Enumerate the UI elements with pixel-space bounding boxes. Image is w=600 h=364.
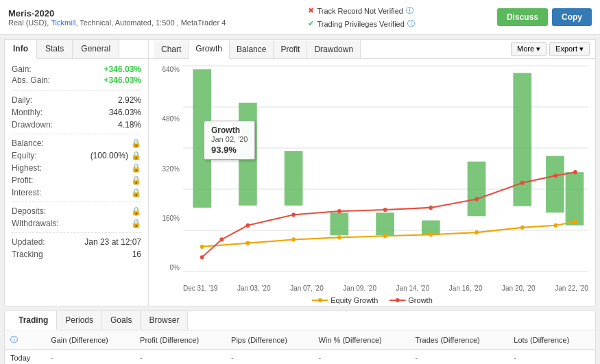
withdrawals-row: Withdrawals: 🔒 bbox=[12, 219, 141, 228]
chart-tab-growth[interactable]: Growth bbox=[189, 40, 230, 59]
svg-point-36 bbox=[573, 170, 577, 174]
row-profit: - bbox=[134, 350, 226, 365]
table-header-row: ⓘ Gain (Difference) Profit (Difference) … bbox=[5, 330, 595, 350]
tab-general[interactable]: General bbox=[73, 40, 119, 58]
svg-point-18 bbox=[291, 237, 296, 241]
deposits-label: Deposits: bbox=[12, 206, 46, 216]
chart-tab-drawdown[interactable]: Drawdown bbox=[307, 40, 361, 58]
table-row: Today - - - - - - bbox=[5, 350, 595, 365]
withdrawals-label: Withdrawals: bbox=[12, 219, 59, 228]
svg-point-28 bbox=[246, 223, 250, 228]
svg-rect-13 bbox=[513, 73, 531, 206]
balance-label: Balance: bbox=[12, 138, 44, 148]
svg-rect-6 bbox=[193, 69, 211, 208]
monthly-value: 346.03% bbox=[109, 108, 141, 117]
drawdown-label: Drawdown: bbox=[12, 120, 53, 130]
copy-button[interactable]: Copy bbox=[552, 8, 592, 26]
x-label-jan09: Jan 09, '20 bbox=[343, 284, 376, 292]
chart-tabs-row: Chart Growth Balance Profit Drawdown Mor… bbox=[149, 40, 595, 59]
col-header-trades: Trades (Difference) bbox=[410, 330, 509, 350]
trading-info-icon[interactable]: ⓘ bbox=[407, 19, 415, 29]
chart-legend: Equity Growth Growth bbox=[311, 296, 433, 304]
tracking-value: 16 bbox=[132, 250, 141, 259]
svg-point-40 bbox=[395, 298, 399, 302]
legend-growth: Growth bbox=[389, 296, 432, 304]
divider1 bbox=[12, 90, 141, 91]
row-lots: - bbox=[508, 350, 595, 365]
x-label-dec31: Dec 31, '19 bbox=[183, 284, 217, 292]
x-label-jan20: Jan 20, '20 bbox=[502, 284, 536, 292]
header-verification: ✖ Track Record Not Verified ⓘ ✔ Trading … bbox=[308, 5, 414, 29]
chart-tab-chart[interactable]: Chart bbox=[154, 40, 189, 58]
bottom-tab-periods[interactable]: Periods bbox=[57, 311, 102, 330]
profit-lock-icon: 🔒 bbox=[131, 175, 141, 185]
bottom-tab-browser[interactable]: Browser bbox=[141, 311, 188, 330]
more-button[interactable]: More ▾ bbox=[511, 42, 547, 56]
x-label-jan22: Jan 22, '20 bbox=[555, 284, 588, 292]
svg-point-29 bbox=[291, 213, 296, 217]
bottom-tabs: Trading Periods Goals Browser bbox=[5, 311, 595, 330]
divider3 bbox=[12, 202, 141, 202]
svg-point-31 bbox=[383, 208, 387, 212]
tracking-row: Tracking 16 bbox=[12, 250, 141, 259]
export-button[interactable]: Export ▾ bbox=[549, 42, 590, 56]
x-label-jan14: Jan 14, '20 bbox=[396, 284, 430, 292]
col-header-win: Win % (Difference) bbox=[313, 330, 410, 350]
svg-point-33 bbox=[475, 197, 479, 201]
gain-label: Gain: bbox=[12, 64, 32, 74]
svg-point-20 bbox=[383, 234, 387, 238]
svg-rect-15 bbox=[566, 172, 584, 226]
tab-stats[interactable]: Stats bbox=[37, 40, 73, 58]
account-subtitle: Real (USD), Tickmill, Technical, Automat… bbox=[8, 19, 226, 27]
monthly-label: Monthly: bbox=[12, 108, 43, 117]
left-tabs: Info Stats General bbox=[5, 40, 148, 59]
row-win: - bbox=[313, 350, 410, 365]
col-header-gain: Gain (Difference) bbox=[45, 330, 134, 350]
gain-value: +346.03% bbox=[104, 64, 141, 74]
legend-growth-label: Growth bbox=[408, 296, 432, 304]
svg-rect-10 bbox=[376, 213, 394, 235]
svg-point-21 bbox=[429, 232, 433, 236]
equity-label: Equity: bbox=[12, 151, 37, 160]
updated-row: Updated: Jan 23 at 12:07 bbox=[12, 237, 141, 247]
x-icon: ✖ bbox=[308, 6, 314, 15]
tracking-label: Tracking bbox=[12, 250, 43, 259]
svg-point-17 bbox=[246, 241, 250, 245]
tickmill-link[interactable]: Tickmill bbox=[51, 19, 75, 27]
header-actions: Discuss Copy bbox=[497, 8, 592, 26]
chart-actions: More ▾ Export ▾ bbox=[511, 42, 590, 56]
svg-point-32 bbox=[429, 206, 433, 210]
bottom-tab-goals[interactable]: Goals bbox=[102, 311, 141, 330]
abs-gain-row: Abs. Gain: +346.03% bbox=[12, 75, 141, 85]
x-label-jan03: Jan 03, '20 bbox=[237, 284, 271, 292]
account-title: Meris-2020 bbox=[8, 8, 226, 19]
daily-label: Daily: bbox=[12, 95, 32, 105]
divider4 bbox=[12, 232, 141, 233]
interest-lock-icon: 🔒 bbox=[131, 188, 141, 197]
bottom-tab-trading[interactable]: Trading bbox=[10, 311, 57, 330]
deposits-row: Deposits: 🔒 bbox=[12, 206, 141, 216]
y-label-640: 640% bbox=[149, 66, 180, 73]
main-content: Info Stats General Gain: +346.03% Abs. G… bbox=[4, 39, 596, 306]
highest-row: Highest: 🔒 bbox=[12, 163, 141, 173]
info-content: Gain: +346.03% Abs. Gain: +346.03% Daily… bbox=[5, 59, 148, 267]
check-icon: ✔ bbox=[308, 19, 314, 28]
header-left: Meris-2020 Real (USD), Tickmill, Technic… bbox=[8, 8, 226, 27]
svg-point-38 bbox=[317, 298, 322, 302]
chart-tab-profit[interactable]: Profit bbox=[274, 40, 307, 58]
chart-tab-balance[interactable]: Balance bbox=[230, 40, 274, 58]
legend-equity-label: Equity Growth bbox=[331, 296, 378, 304]
table-info-icon[interactable]: ⓘ bbox=[10, 335, 18, 343]
right-panel: Chart Growth Balance Profit Drawdown Mor… bbox=[149, 40, 595, 306]
track-not-verified-label: Track Record Not Verified bbox=[317, 7, 403, 15]
row-trades: - bbox=[410, 350, 509, 365]
tab-info[interactable]: Info bbox=[5, 40, 37, 59]
equity-line-icon bbox=[311, 297, 328, 304]
equity-value: (100.00%) bbox=[91, 151, 128, 160]
svg-point-23 bbox=[520, 226, 525, 230]
discuss-button[interactable]: Discuss bbox=[497, 8, 548, 26]
y-axis: 640% 480% 320% 160% 0% bbox=[149, 66, 180, 271]
svg-point-30 bbox=[337, 209, 341, 213]
daily-row: Daily: 2.92% bbox=[12, 95, 141, 105]
track-info-icon[interactable]: ⓘ bbox=[406, 5, 413, 16]
